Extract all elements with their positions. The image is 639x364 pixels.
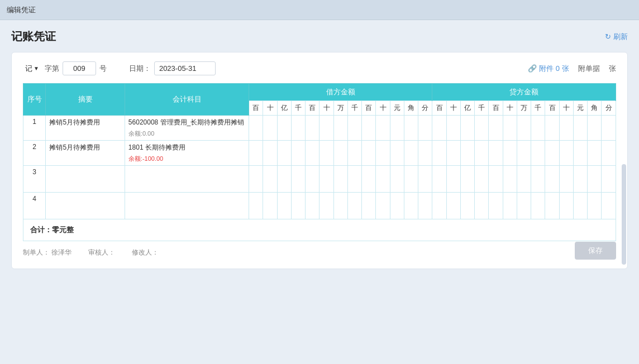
row2-credit-2[interactable] [446, 141, 460, 166]
creator-name: 徐泽华 [51, 248, 71, 256]
total-label: 合计：零元整 [30, 226, 74, 234]
row-account-4[interactable] [125, 193, 249, 219]
row2-debit-12[interactable] [404, 141, 418, 166]
row2-credit-4[interactable] [475, 141, 489, 166]
row2-debit-10[interactable] [376, 141, 390, 166]
date-label: 日期： [129, 64, 151, 74]
table-row: 1 摊销5月待摊费用 56020008 管理费用_长期待摊费用摊销 余额:0.0… [23, 116, 616, 141]
row-summary-1[interactable]: 摊销5月待摊费用 [46, 116, 125, 141]
row-seq-1: 1 [23, 116, 46, 141]
refresh-button[interactable]: ↻ 刷新 [605, 32, 628, 42]
row1-debit-8[interactable] [347, 116, 361, 141]
total-row: 合计：零元整 [23, 219, 616, 241]
row2-credit-3[interactable] [460, 141, 474, 166]
debit-digit-9: 百 [362, 101, 376, 116]
attach-zhang-label: 张 [609, 64, 616, 74]
row1-credit-11[interactable] [573, 116, 587, 141]
row2-credit-12[interactable] [588, 141, 602, 166]
credit-digit-4: 千 [475, 101, 489, 116]
row1-debit-12[interactable] [404, 116, 418, 141]
scrollbar[interactable] [622, 164, 626, 265]
row-account-2[interactable]: 1801 长期待摊费用 余额:-100.00 [125, 141, 249, 166]
row1-credit-3[interactable] [460, 116, 474, 141]
refresh-icon: ↻ [605, 32, 611, 41]
credit-digit-11: 元 [573, 101, 587, 116]
row1-debit-10[interactable] [376, 116, 390, 141]
row1-debit-4[interactable] [291, 116, 305, 141]
row1-credit-10[interactable] [559, 116, 573, 141]
credit-digit-8: 千 [531, 101, 545, 116]
attachment-unit: 张 [562, 64, 569, 74]
row1-credit-5[interactable] [489, 116, 503, 141]
row2-debit-1[interactable] [249, 141, 263, 166]
row1-debit-3[interactable] [277, 116, 291, 141]
modifier-field: 修改人： [132, 248, 159, 257]
debit-digit-2: 十 [263, 101, 277, 116]
row1-credit-6[interactable] [503, 116, 517, 141]
row1-credit-12[interactable] [588, 116, 602, 141]
creator-label: 制单人： [23, 248, 50, 256]
row-summary-4[interactable] [46, 193, 125, 219]
save-button[interactable]: 保存 [575, 242, 616, 260]
row1-credit-2[interactable] [446, 116, 460, 141]
row2-credit-5[interactable] [489, 141, 503, 166]
row1-debit-11[interactable] [390, 116, 404, 141]
row2-credit-10[interactable] [559, 141, 573, 166]
credit-digit-12: 角 [588, 101, 602, 116]
row-account-3[interactable] [125, 166, 249, 193]
date-input[interactable] [154, 61, 216, 75]
attachment-label: 附件 [539, 64, 554, 74]
footer: 制单人： 徐泽华 审核人： 修改人： [23, 241, 616, 257]
row1-debit-2[interactable] [263, 116, 277, 141]
row1-debit-1[interactable] [249, 116, 263, 141]
type-dropdown[interactable]: 记 ▼ [23, 63, 41, 75]
form-row: 记 ▼ 字第 号 日期： 🔗 附件 0 张 附单据 张 [23, 61, 616, 75]
voucher-number-input[interactable] [63, 61, 96, 75]
row2-credit-11[interactable] [573, 141, 587, 166]
row2-debit-9[interactable] [362, 141, 376, 166]
row1-credit-7[interactable] [517, 116, 531, 141]
debit-digit-7: 万 [333, 101, 347, 116]
row1-credit-1[interactable] [432, 116, 446, 141]
row2-debit-2[interactable] [263, 141, 277, 166]
row1-debit-7[interactable] [333, 116, 347, 141]
row-seq-2: 2 [23, 141, 46, 166]
row1-credit-9[interactable] [545, 116, 559, 141]
row2-credit-1[interactable] [432, 141, 446, 166]
row2-credit-6[interactable] [503, 141, 517, 166]
row1-debit-6[interactable] [320, 116, 333, 141]
row1-debit-9[interactable] [362, 116, 376, 141]
row1-debit-5[interactable] [306, 116, 320, 141]
row2-credit-8[interactable] [531, 141, 545, 166]
row2-debit-4[interactable] [291, 141, 305, 166]
row1-credit-4[interactable] [475, 116, 489, 141]
voucher-table: 序号 摘要 会计科目 借方金额 贷方金额 百 十 亿 千 百 十 万 千 百 十 [23, 83, 616, 241]
col-header-summary: 摘要 [46, 84, 125, 116]
credit-digit-10: 十 [559, 101, 573, 116]
attachments-section: 🔗 附件 0 张 附单据 张 [528, 64, 616, 74]
attachment-link[interactable]: 🔗 附件 0 张 [528, 64, 569, 74]
row1-credit-13[interactable] [602, 116, 616, 141]
row2-debit-5[interactable] [306, 141, 320, 166]
row2-debit-7[interactable] [333, 141, 347, 166]
table-row: 4 [23, 193, 616, 219]
row2-credit-7[interactable] [517, 141, 531, 166]
row2-credit-9[interactable] [545, 141, 559, 166]
row2-credit-13[interactable] [602, 141, 616, 166]
row2-debit-3[interactable] [277, 141, 291, 166]
number-suffix: 号 [99, 64, 107, 74]
zi-label: 字第 [45, 64, 59, 74]
paperclip-icon: 🔗 [528, 64, 537, 73]
row2-debit-13[interactable] [418, 141, 432, 166]
row-account-1[interactable]: 56020008 管理费用_长期待摊费用摊销 余额:0.00 [125, 116, 249, 141]
attachment-count: 0 [556, 64, 560, 73]
row-summary-2[interactable]: 摊销5月待摊费用 [46, 141, 125, 166]
row2-debit-8[interactable] [347, 141, 361, 166]
row2-debit-6[interactable] [320, 141, 333, 166]
row1-debit-13[interactable] [418, 116, 432, 141]
row-summary-3[interactable] [46, 166, 125, 193]
credit-digit-7: 万 [517, 101, 531, 116]
reviewer-field: 审核人： [88, 248, 115, 257]
row1-credit-8[interactable] [531, 116, 545, 141]
row2-debit-11[interactable] [390, 141, 404, 166]
